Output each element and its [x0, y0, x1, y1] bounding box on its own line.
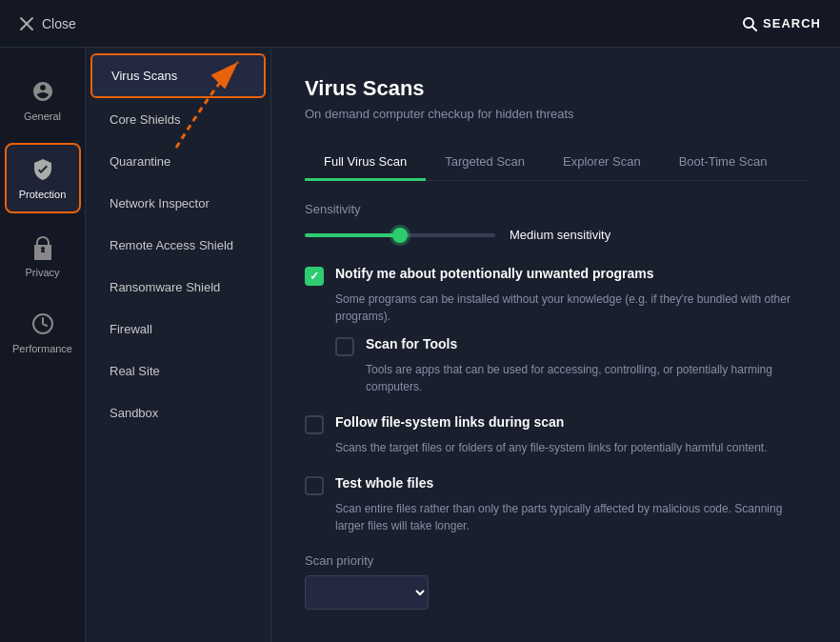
- option-filesystem-links: Follow file-system links during scan Sca…: [305, 414, 807, 456]
- menu-item-firewall[interactable]: Firewall: [90, 309, 266, 350]
- privacy-icon: [30, 234, 56, 261]
- option-filesystem-row: Follow file-system links during scan: [305, 414, 807, 434]
- main-content: Virus Scans On demand computer checkup f…: [271, 48, 840, 642]
- tab-boot-time-scan[interactable]: Boot-Time Scan: [660, 145, 787, 181]
- tab-full-virus-scan[interactable]: Full Virus Scan: [305, 145, 426, 181]
- sidebar-item-protection-label: Protection: [19, 189, 67, 200]
- option-pup-row: Notify me about potentionally unwanted p…: [305, 266, 807, 286]
- menu-item-network-inspector[interactable]: Network Inspector: [90, 183, 266, 224]
- sensitivity-label: Sensitivity: [305, 202, 807, 216]
- sidebar-item-general[interactable]: General: [5, 67, 81, 133]
- performance-icon: [30, 311, 56, 337]
- menu-item-remote-access-shield[interactable]: Remote Access Shield: [90, 225, 266, 266]
- close-label: Close: [42, 16, 76, 31]
- page-subtitle: On demand computer checkup for hidden th…: [305, 107, 807, 121]
- sidebar-menu: Virus Scans Core Shields Quarantine Netw…: [86, 48, 271, 642]
- main-layout: General Protection Privacy Performance V…: [0, 48, 840, 642]
- option-whole-files-row: Test whole files: [305, 475, 807, 495]
- option-pup-title: Notify me about potentionally unwanted p…: [335, 266, 653, 281]
- option-whole-files: Test whole files Scan entire files rathe…: [305, 475, 807, 534]
- scan-priority-select[interactable]: [305, 575, 429, 610]
- page-title: Virus Scans: [305, 76, 807, 101]
- sub-option-scan-tools-row: Scan for Tools: [335, 336, 807, 356]
- option-whole-files-desc: Scan entire files rather than only the p…: [335, 500, 807, 534]
- close-icon: [19, 16, 34, 31]
- tabs: Full Virus Scan Targeted Scan Explorer S…: [305, 145, 807, 181]
- protection-icon: [30, 156, 56, 183]
- topbar: Close SEARCH: [0, 0, 840, 48]
- sub-option-scan-tools-desc: Tools are apps that can be used for acce…: [366, 361, 807, 395]
- tab-targeted-scan[interactable]: Targeted Scan: [426, 145, 544, 181]
- option-whole-files-title: Test whole files: [335, 475, 433, 491]
- sidebar-item-privacy-label: Privacy: [25, 267, 59, 278]
- option-filesystem-title: Follow file-system links during scan: [335, 414, 564, 430]
- menu-item-virus-scans[interactable]: Virus Scans: [90, 53, 266, 98]
- sensitivity-slider-container: Medium sensitivity: [305, 228, 807, 242]
- close-button[interactable]: Close: [19, 16, 76, 31]
- option-pup-desc: Some programs can be installed without y…: [335, 291, 807, 325]
- sidebar-item-privacy[interactable]: Privacy: [5, 223, 81, 290]
- menu-item-quarantine[interactable]: Quarantine: [90, 141, 266, 182]
- sidebar-item-protection[interactable]: Protection: [5, 143, 81, 213]
- sidebar-icons: General Protection Privacy Performance: [0, 48, 86, 642]
- sidebar-item-performance-label: Performance: [12, 343, 72, 354]
- option-pup-notify: Notify me about potentionally unwanted p…: [305, 266, 807, 395]
- checkbox-whole-files[interactable]: [305, 476, 324, 495]
- option-filesystem-desc: Scans the target files or folders of any…: [335, 439, 807, 456]
- search-label: SEARCH: [763, 16, 821, 30]
- general-icon: [30, 78, 56, 105]
- menu-item-sandbox[interactable]: Sandbox: [90, 392, 266, 433]
- slider-thumb[interactable]: [392, 228, 408, 243]
- slider-fill: [305, 233, 400, 237]
- search-button[interactable]: SEARCH: [742, 16, 821, 31]
- slider-track[interactable]: [305, 233, 495, 237]
- sensitivity-value-label: Medium sensitivity: [510, 228, 610, 242]
- sidebar-item-general-label: General: [24, 110, 61, 122]
- scan-priority-label: Scan priority: [305, 553, 807, 568]
- svg-line-3: [752, 27, 756, 30]
- menu-item-ransomware-shield[interactable]: Ransomware Shield: [90, 267, 266, 308]
- checkbox-pup-notify[interactable]: [305, 267, 324, 286]
- sub-option-scan-tools: Scan for Tools Tools are apps that can b…: [335, 336, 807, 395]
- menu-item-core-shields[interactable]: Core Shields: [90, 99, 266, 140]
- tab-explorer-scan[interactable]: Explorer Scan: [544, 145, 660, 181]
- sidebar-item-performance[interactable]: Performance: [5, 299, 81, 366]
- sub-option-scan-tools-title: Scan for Tools: [366, 336, 457, 351]
- checkbox-scan-tools[interactable]: [335, 337, 354, 356]
- search-icon: [742, 16, 757, 31]
- menu-item-real-site[interactable]: Real Site: [90, 351, 266, 391]
- checkbox-filesystem-links[interactable]: [305, 415, 324, 434]
